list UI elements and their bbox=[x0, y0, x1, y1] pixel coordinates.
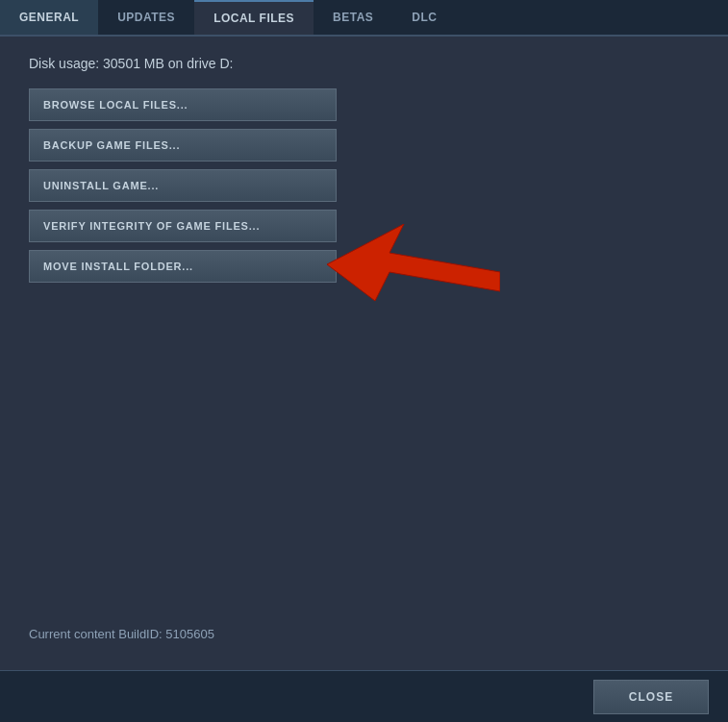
tab-updates[interactable]: UPDATES bbox=[98, 0, 194, 35]
disk-usage-label: Disk usage: 30501 MB on drive D: bbox=[29, 56, 699, 71]
svg-marker-0 bbox=[327, 224, 500, 301]
steam-properties-window: GENERAL UPDATES LOCAL FILES BETAS DLC Di… bbox=[0, 0, 728, 722]
content-area: Disk usage: 30501 MB on drive D: BROWSE … bbox=[0, 37, 728, 670]
uninstall-game-button[interactable]: UNINSTALL GAME... bbox=[29, 169, 337, 202]
verify-integrity-button[interactable]: VERIFY INTEGRITY OF GAME FILES... bbox=[29, 210, 337, 242]
move-install-folder-button[interactable]: MOVE INSTALL FOLDER... bbox=[29, 250, 337, 283]
annotation-arrow bbox=[327, 224, 500, 314]
build-id-label: Current content BuildID: 5105605 bbox=[29, 627, 214, 641]
tab-local-files[interactable]: LOCAL FILES bbox=[194, 0, 314, 35]
tab-dlc[interactable]: DLC bbox=[392, 0, 456, 35]
backup-game-files-button[interactable]: BACKUP GAME FILES... bbox=[29, 129, 337, 162]
browse-local-files-button[interactable]: BROWSE LOCAL FILES... bbox=[29, 88, 337, 121]
footer: CLOSE bbox=[0, 670, 728, 722]
close-button[interactable]: CLOSE bbox=[593, 680, 709, 714]
tab-general[interactable]: GENERAL bbox=[0, 0, 98, 35]
tab-betas[interactable]: BETAS bbox=[314, 0, 392, 35]
action-buttons-section: BROWSE LOCAL FILES... BACKUP GAME FILES.… bbox=[29, 88, 337, 283]
tab-bar: GENERAL UPDATES LOCAL FILES BETAS DLC bbox=[0, 0, 728, 37]
